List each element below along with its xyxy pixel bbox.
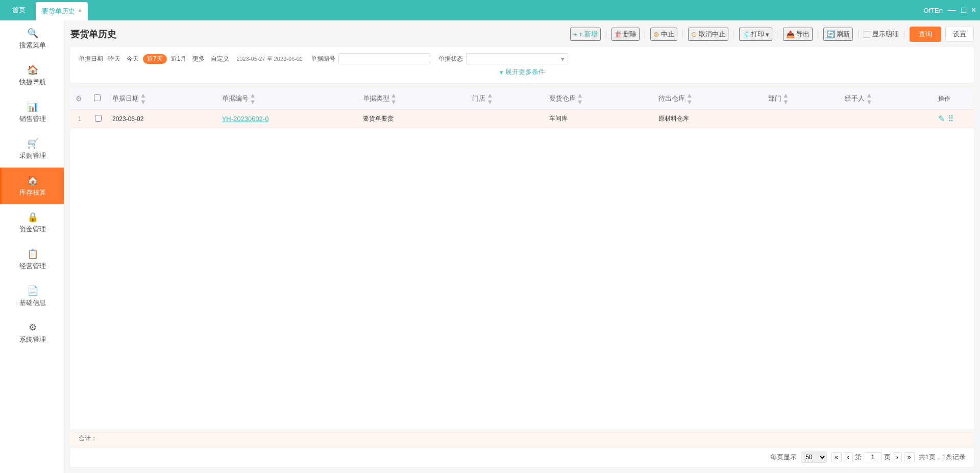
sidebar-label-sales: 销售管理 [19,114,46,124]
add-label: + 新增 [579,30,598,39]
sidebar-item-finance[interactable]: 🔒 资金管理 [0,204,64,241]
page-size-select[interactable]: 50 100 200 [801,452,827,463]
sales-icon: 📊 [27,101,38,112]
page-size-label: 每页显示 [770,453,797,462]
column-settings-icon[interactable]: ⚙ [76,94,82,103]
active-tab-label: 要货单历史 [42,7,75,16]
cancel-stop-icon: ⊙ [691,30,697,38]
last-page-btn[interactable]: » [904,452,915,462]
refresh-button[interactable]: 🔄 刷新 [823,28,853,41]
refresh-label: 刷新 [837,30,850,39]
th-shop: 门店▲▼ [467,88,544,110]
filter-card: 单据日期 昨天 今天 近7天 近1月 更多 自定义 2023-05-27 至 2… [70,47,974,83]
basic-icon: 📄 [27,285,38,296]
bill-no-link[interactable]: YH-20230602-0 [222,115,269,123]
search-icon: 🔍 [27,28,38,39]
maximize-icon[interactable]: □ [961,6,966,15]
sidebar-item-system[interactable]: ⚙ 系统管理 [0,315,64,351]
page-total: 共1页，1条记录 [919,453,966,462]
prev-page-btn[interactable]: ‹ [844,452,853,462]
date-today[interactable]: 今天 [125,54,141,64]
export-button[interactable]: 📤 导出 [783,28,813,41]
sidebar-item-operation[interactable]: 📋 经营管理 [0,241,64,278]
export-icon: 📤 [786,30,795,38]
bill-no-filter-group: 单据编号 [311,53,430,64]
sidebar-item-sales[interactable]: 📊 销售管理 [0,94,64,131]
first-page-btn[interactable]: « [831,452,842,462]
date-range-display: 2023-05-27 至 2023-06-02 [236,55,303,63]
page-number-input[interactable] [864,452,882,462]
tab-active[interactable]: 要货单历史 × [36,2,88,20]
row-select-checkbox[interactable] [95,115,102,122]
bill-no-label: 单据编号 [311,55,335,63]
row-date: 2023-06-02 [107,110,217,128]
often-label: OfTEn [923,7,943,14]
th-bill-type: 单据类型▲▼ [358,88,468,110]
date-7days[interactable]: 近7天 [143,54,167,64]
row-bill-type: 要货单要货 [358,110,468,128]
row-checkbox [89,110,107,128]
divider-8 [904,30,904,38]
row-out-warehouse: 原材料仓库 [653,110,763,128]
print-button[interactable]: 🖨 打印 ▾ [739,28,772,41]
filter-row: 单据日期 昨天 今天 近7天 近1月 更多 自定义 2023-05-27 至 2… [79,53,966,64]
delete-button[interactable]: 🗑 删除 [611,28,640,41]
sidebar-label-purchase: 采购管理 [19,151,46,160]
date-more[interactable]: 更多 [190,54,207,64]
select-all-checkbox[interactable] [94,94,101,101]
add-button[interactable]: + + 新增 [570,28,601,41]
sidebar-item-search[interactable]: 🔍 搜索菜单 [0,20,64,57]
page-title: 要货单历史 [70,28,116,40]
display-detail-toggle[interactable]: 显示明细 [864,30,899,39]
date-1month[interactable]: 近1月 [169,54,189,64]
table-scroll[interactable]: ⚙ 单据日期▲▼ 单据编号▲▼ [70,88,974,430]
edit-icon[interactable]: ✎ [938,114,945,124]
sidebar-label-operation: 经营管理 [19,262,46,271]
query-button[interactable]: 查询 [910,27,941,42]
row-department [763,110,840,128]
main-layout: 🔍 搜索菜单 🏠 快捷导航 📊 销售管理 🛒 采购管理 🏠 库存核算 🔒 资金管… [0,20,980,473]
page-suffix: 页 [884,453,891,462]
divider-3 [682,30,683,38]
th-action: 操作 [933,88,974,110]
date-yesterday[interactable]: 昨天 [106,54,122,64]
settings-button[interactable]: 设置 [945,27,974,42]
stop-button[interactable]: ⊗ 中止 [650,28,677,41]
sidebar-item-basic[interactable]: 📄 基础信息 [0,278,64,315]
toolbar: + + 新增 🗑 删除 ⊗ 中止 ⊙ 取消中止 [570,27,974,42]
next-page-btn[interactable]: › [893,452,902,462]
expand-more-btn[interactable]: ▾ 展开更多条件 [79,67,966,77]
detail-checkbox[interactable] [864,31,870,38]
data-table: ⚙ 单据日期▲▼ 单据编号▲▼ [70,88,974,128]
pagination-bar: 每页显示 50 100 200 « ‹ 第 页 › » 共1页，1条记录 [70,447,974,467]
sidebar-item-purchase[interactable]: 🛒 采购管理 [0,131,64,168]
display-detail-label: 显示明细 [872,30,899,39]
expand-label: 展开更多条件 [505,67,545,77]
content-area: 要货单历史 + + 新增 🗑 删除 ⊗ 中止 ⊙ [64,20,980,473]
tab-home[interactable]: 首页 [4,0,34,20]
purchase-icon: 🛒 [27,138,38,149]
status-dropdown-arrow[interactable]: ▾ [561,55,565,63]
th-out-warehouse: 待出仓库▲▼ [653,88,763,110]
sidebar-item-inventory[interactable]: 🏠 库存核算 [0,168,64,204]
minimize-icon[interactable]: — [948,6,956,15]
more-icon[interactable]: ⠿ [948,114,954,124]
status-label: 单据状态 [438,55,463,63]
table-header: ⚙ 单据日期▲▼ 单据编号▲▼ [70,88,974,110]
bill-no-input[interactable] [338,53,430,64]
sidebar-label-system: 系统管理 [19,335,46,344]
page-title-row: 要货单历史 + + 新增 🗑 删除 ⊗ 中止 ⊙ [70,27,974,42]
divider-7 [858,30,859,38]
add-icon: + [573,31,577,38]
home-icon: 🏠 [27,64,38,76]
divider-4 [733,30,734,38]
date-custom[interactable]: 自定义 [209,54,231,64]
sidebar-item-shortcut[interactable]: 🏠 快捷导航 [0,57,64,94]
print-label: 打印 [751,30,764,39]
close-tab-icon[interactable]: × [78,8,82,15]
window-close-icon[interactable]: × [971,6,976,15]
th-req-warehouse: 要货仓库▲▼ [544,88,654,110]
cancel-stop-button[interactable]: ⊙ 取消中止 [688,28,728,41]
status-select[interactable] [466,53,568,64]
delete-icon: 🗑 [615,30,622,38]
